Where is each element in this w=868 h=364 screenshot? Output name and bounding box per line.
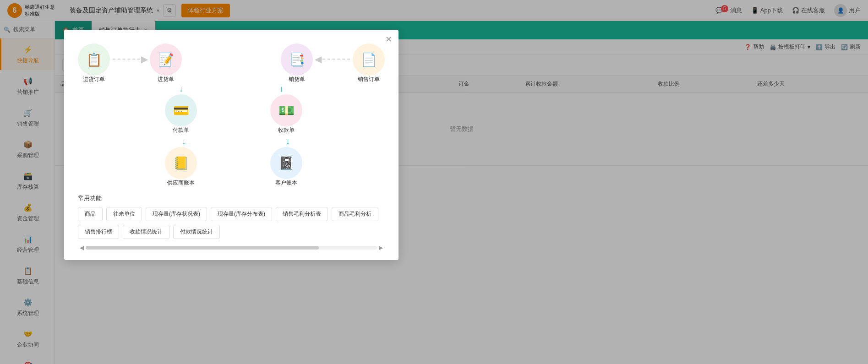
modal-box: ✕ 📋 进货订单 ▶	[64, 30, 399, 260]
payment-bill-icon[interactable]: 💳	[165, 94, 197, 126]
scroll-track[interactable]	[86, 246, 377, 250]
common-functions: 常用功能 商品 往来单位 现存量(库存状况表) 现存量(库存分布表) 销售毛利分…	[78, 194, 385, 239]
supplier-account-icon[interactable]: 📒	[165, 147, 197, 179]
arrow-down-sales: ↓	[279, 84, 284, 93]
sales-order-icon[interactable]: 📄	[353, 43, 385, 76]
cf-btn-payment-stats[interactable]: 付款情况统计	[173, 225, 220, 239]
arrow-down-purchase: ↓	[179, 84, 183, 93]
scroll-right-arrow[interactable]: ▶	[377, 244, 385, 251]
receipt-bill-icon[interactable]: 💵	[270, 94, 302, 126]
cf-btn-partner[interactable]: 往来单位	[106, 207, 142, 221]
purchase-bill-icon[interactable]: 📝	[150, 43, 182, 76]
modal-overlay[interactable]: ✕ 📋 进货订单 ▶	[0, 0, 868, 364]
cf-btn-sales-ranking[interactable]: 销售排行榜	[78, 225, 119, 239]
flow-diagram: 📋 进货订单 ▶ 📝 进货单	[78, 43, 385, 187]
purchase-bill-node: 📝 进货单	[150, 43, 182, 83]
sales-bill-icon[interactable]: 📑	[281, 43, 313, 76]
common-functions-buttons: 商品 往来单位 现存量(库存状况表) 现存量(库存分布表) 销售毛利分析表 商品…	[78, 207, 385, 221]
customer-account-node: 📓 客户账本	[270, 147, 302, 187]
cf-btn-receipt-stats[interactable]: 收款情况统计	[123, 225, 169, 239]
cf-btn-sales-profit[interactable]: 销售毛利分析表	[276, 207, 328, 221]
purchase-order-icon[interactable]: 📋	[78, 43, 110, 76]
arrow-down-receipt: ↓	[286, 137, 290, 146]
modal-scroll: ◀ ▶	[78, 244, 385, 251]
scroll-thumb	[86, 246, 319, 250]
modal-close-button[interactable]: ✕	[385, 34, 392, 44]
customer-account-icon[interactable]: 📓	[270, 147, 302, 179]
common-functions-buttons-row2: 销售排行榜 收款情况统计 付款情况统计	[78, 225, 385, 239]
cf-btn-product-profit[interactable]: 商品毛利分析	[332, 207, 378, 221]
scroll-left-arrow[interactable]: ◀	[78, 244, 86, 251]
purchase-order-node: 📋 进货订单	[78, 43, 110, 83]
common-functions-title: 常用功能	[78, 194, 385, 202]
receipt-bill-node: 💵 收款单	[270, 94, 302, 134]
payment-bill-node: 💳 付款单	[165, 94, 197, 134]
arrow-down-payment: ↓	[182, 137, 186, 146]
supplier-account-node: 📒 供应商账本	[165, 147, 197, 187]
cf-btn-stock-status[interactable]: 现存量(库存状况表)	[146, 207, 207, 221]
cf-btn-product[interactable]: 商品	[78, 207, 103, 221]
sales-bill-node: 📑 销货单	[281, 43, 313, 83]
sales-order-node: 📄 销售订单	[353, 43, 385, 83]
cf-btn-stock-dist[interactable]: 现存量(库存分布表)	[211, 207, 272, 221]
